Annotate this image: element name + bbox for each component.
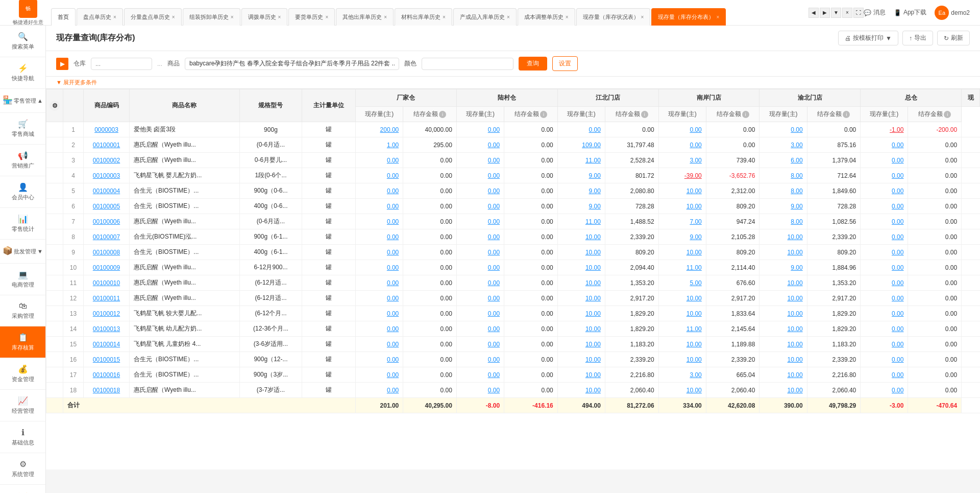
col-code-cell[interactable]: 00100004 <box>84 183 130 199</box>
print-btn[interactable]: 🖨 按模板打印 ▼ <box>838 31 898 45</box>
zc-qty-cell[interactable]: 0.00 <box>861 337 908 352</box>
tab-3[interactable]: 组装拆卸单历史 × <box>183 8 240 26</box>
jbmd-qty-cell[interactable]: 10.00 <box>557 321 605 337</box>
jbmd-qty-cell[interactable]: 10.00 <box>557 367 605 383</box>
namd-qty-cell[interactable]: 0.00 <box>658 122 706 137</box>
tab-close-2[interactable]: × <box>172 14 175 20</box>
lcc-qty-cell[interactable]: 0.00 <box>456 245 504 260</box>
col-code-cell[interactable]: 00100018 <box>84 383 130 398</box>
info-icon-1[interactable]: i <box>439 111 446 118</box>
col-code-cell[interactable]: 00100011 <box>84 291 130 306</box>
namd-qty-cell[interactable]: -39.00 <box>658 168 706 183</box>
cgc-qty-cell[interactable]: 0.00 <box>356 183 403 199</box>
col-code-cell[interactable]: 00100010 <box>84 275 130 291</box>
zc-qty-cell[interactable]: -1.00 <box>861 122 908 137</box>
cgc-qty-cell[interactable]: 0.00 <box>356 275 403 291</box>
col-code-cell[interactable]: 00100014 <box>84 337 130 352</box>
lcc-qty-cell[interactable]: 0.00 <box>456 168 504 183</box>
tab-close-4[interactable]: × <box>278 14 281 20</box>
ybmd-qty-cell[interactable]: 10.00 <box>760 321 807 337</box>
jbmd-qty-cell[interactable]: 9.00 <box>557 168 605 183</box>
cgc-qty-cell[interactable]: 0.00 <box>356 260 403 275</box>
message-btn[interactable]: 💬 消息 <box>864 8 886 17</box>
refresh-btn[interactable]: ↻ 刷新 <box>937 31 970 45</box>
namd-qty-cell[interactable]: 3.00 <box>658 367 706 383</box>
namd-qty-cell[interactable]: 10.00 <box>658 183 706 199</box>
zc-qty-cell[interactable]: 0.00 <box>861 229 908 245</box>
jbmd-qty-cell[interactable]: 10.00 <box>557 337 605 352</box>
tab-prev-arrow[interactable]: ◀ <box>808 8 819 18</box>
tab-1[interactable]: 盘点单历史 × <box>77 8 123 26</box>
cgc-qty-cell[interactable]: 0.00 <box>356 229 403 245</box>
zc-qty-cell[interactable]: 0.00 <box>861 383 908 398</box>
col-code-cell[interactable]: 00100001 <box>84 137 130 153</box>
tab-close-5[interactable]: × <box>325 14 328 20</box>
zc-qty-cell[interactable]: 0.00 <box>861 183 908 199</box>
lcc-qty-cell[interactable]: 0.00 <box>456 122 504 137</box>
namd-qty-cell[interactable]: 11.00 <box>658 321 706 337</box>
zc-qty-cell[interactable]: 0.00 <box>861 168 908 183</box>
lcc-qty-cell[interactable]: 0.00 <box>456 229 504 245</box>
sidebar-item-basic-info[interactable]: ℹ 基础信息 <box>0 421 45 453</box>
col-code-cell[interactable]: 00100015 <box>84 352 130 367</box>
tab-expand-arrow[interactable]: ▼ <box>831 8 841 18</box>
table-container[interactable]: ⚙ 商品编码 商品名称 规格型号 主计量单位 厂家仓 陆村仓 江北门店 南岸门店… <box>46 89 980 469</box>
tab-home[interactable]: 首页 <box>51 8 76 26</box>
info-icon-2[interactable]: i <box>540 111 547 118</box>
info-icon-4[interactable]: i <box>742 111 749 118</box>
zc-qty-cell[interactable]: 0.00 <box>861 199 908 214</box>
info-icon-3[interactable]: i <box>641 111 648 118</box>
lcc-qty-cell[interactable]: 0.00 <box>456 183 504 199</box>
tab-close-7[interactable]: × <box>443 14 446 20</box>
col-settings[interactable]: ⚙ <box>46 89 63 122</box>
jbmd-qty-cell[interactable]: 10.00 <box>557 260 605 275</box>
col-code-cell[interactable]: 00100009 <box>84 260 130 275</box>
zc-qty-cell[interactable]: 0.00 <box>861 367 908 383</box>
jbmd-qty-cell[interactable]: 11.00 <box>557 153 605 168</box>
col-code-cell[interactable]: 00100008 <box>84 245 130 260</box>
namd-qty-cell[interactable]: 7.00 <box>658 214 706 229</box>
col-code-cell[interactable]: 00100003 <box>84 168 130 183</box>
ybmd-qty-cell[interactable]: 10.00 <box>760 291 807 306</box>
jbmd-qty-cell[interactable]: 10.00 <box>557 306 605 321</box>
zc-qty-cell[interactable]: 0.00 <box>861 153 908 168</box>
ybmd-qty-cell[interactable]: 9.00 <box>760 199 807 214</box>
jbmd-qty-cell[interactable]: 10.00 <box>557 291 605 306</box>
cgc-qty-cell[interactable]: 0.00 <box>356 367 403 383</box>
lcc-qty-cell[interactable]: 0.00 <box>456 275 504 291</box>
search-btn[interactable]: 查询 <box>519 57 547 71</box>
lcc-qty-cell[interactable]: 0.00 <box>456 321 504 337</box>
col-code-cell[interactable]: 00100002 <box>84 153 130 168</box>
cgc-qty-cell[interactable]: 0.00 <box>356 291 403 306</box>
zc-qty-cell[interactable]: 0.00 <box>861 306 908 321</box>
ybmd-qty-cell[interactable]: 6.00 <box>760 153 807 168</box>
app-download-btn[interactable]: 📱 App下载 <box>894 8 926 17</box>
jbmd-qty-cell[interactable]: 10.00 <box>557 352 605 367</box>
tab-close-8[interactable]: × <box>507 14 510 20</box>
cgc-qty-cell[interactable]: 0.00 <box>356 306 403 321</box>
tab-close-10[interactable]: × <box>641 14 644 20</box>
tab-close-9[interactable]: × <box>566 14 569 20</box>
jbmd-qty-cell[interactable]: 10.00 <box>557 383 605 398</box>
jbmd-qty-cell[interactable]: 10.00 <box>557 245 605 260</box>
lcc-qty-cell[interactable]: 0.00 <box>456 383 504 398</box>
info-icon-6[interactable]: i <box>944 111 951 118</box>
jbmd-qty-cell[interactable]: 9.00 <box>557 183 605 199</box>
tab-close-6[interactable]: × <box>384 14 387 20</box>
ybmd-qty-cell[interactable]: 10.00 <box>760 306 807 321</box>
settings-icon[interactable]: ⚙ <box>50 101 60 111</box>
tab-6[interactable]: 其他出库单历史 × <box>336 8 394 26</box>
ybmd-qty-cell[interactable]: 10.00 <box>760 367 807 383</box>
lcc-qty-cell[interactable]: 0.00 <box>456 367 504 383</box>
namd-qty-cell[interactable]: 10.00 <box>658 383 706 398</box>
sidebar-item-members[interactable]: 👤 会员中心 <box>0 176 45 208</box>
lcc-qty-cell[interactable]: 0.00 <box>456 199 504 214</box>
tab-4[interactable]: 调拨单历史 × <box>241 8 288 26</box>
jbmd-qty-cell[interactable]: 10.00 <box>557 275 605 291</box>
lcc-qty-cell[interactable]: 0.00 <box>456 306 504 321</box>
sidebar-item-search[interactable]: 🔍 搜索英单 <box>0 26 45 57</box>
zc-qty-cell[interactable]: 0.00 <box>861 260 908 275</box>
jbmd-qty-cell[interactable]: 9.00 <box>557 199 605 214</box>
namd-qty-cell[interactable]: 10.00 <box>658 352 706 367</box>
namd-qty-cell[interactable]: 5.00 <box>658 275 706 291</box>
